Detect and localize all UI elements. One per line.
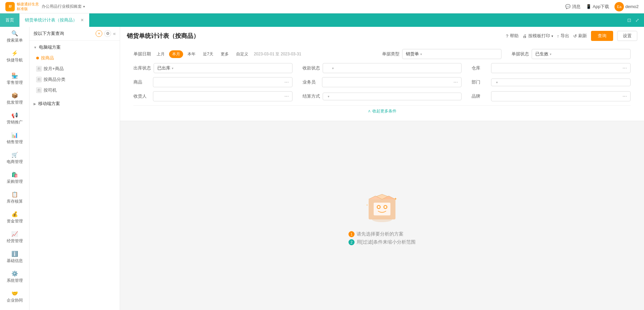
page-header-top: 销货单统计计表（按商品） ? 帮助 🖨 按模板打印 ▾ ↑	[127, 31, 637, 41]
brand-label: 品牌	[472, 93, 488, 99]
filter-area: 单据日期 上月 本月 本年 近7天 更多 自定义 2023-03-01 至 20…	[127, 45, 637, 121]
export-btn[interactable]: ↑ 导出	[557, 33, 570, 39]
sidebar-item-finance[interactable]: 💰 资金管理	[0, 208, 29, 227]
doc-type-select[interactable]: 销货单 ▾	[402, 49, 501, 59]
scheme-group-mobile-header[interactable]: ▶ 移动端方案	[30, 98, 120, 109]
help-icon: ?	[506, 34, 508, 39]
scheme-category-icon: 图	[36, 77, 42, 82]
settlement-select[interactable]: ▾	[323, 93, 462, 100]
finance-icon: 💰	[11, 211, 18, 217]
panel-collapse-btn[interactable]: «	[113, 31, 116, 36]
sidebar-item-search[interactable]: 🔍 搜索菜单	[0, 27, 29, 47]
out-status-select[interactable]: 已出库 ▾	[154, 63, 292, 73]
help-btn[interactable]: ? 帮助	[506, 33, 518, 39]
sidebar-item-inventory[interactable]: 📋 库存核算	[0, 188, 29, 208]
scheme-item-by-month-product[interactable]: 图 按月+商品	[30, 63, 120, 74]
account-dropdown[interactable]: 办公用品行业模拟账套 ▾	[42, 4, 85, 9]
window-maximize-btn[interactable]: ⤢	[635, 17, 640, 23]
chevron-right-icon: ▼	[34, 46, 37, 49]
sidebar-item-retail[interactable]: 🏪 零售管理	[0, 69, 29, 89]
more-date-btn[interactable]: 更多	[218, 50, 232, 58]
active-dot-icon	[36, 57, 39, 59]
sidebar-item-enterprise[interactable]: 🤝 企业协同	[0, 287, 29, 307]
avatar: Ea	[614, 2, 624, 11]
receipt-status-select[interactable]: ▾	[323, 63, 462, 73]
svg-text:✦: ✦	[394, 197, 397, 201]
page-header: 销货单统计计表（按商品） ? 帮助 🖨 按模板打印 ▾ ↑	[120, 27, 644, 121]
empty-illustration: ✦ ✦	[362, 184, 402, 224]
svg-rect-2	[374, 203, 390, 215]
chevron-right-mobile-icon: ▶	[34, 102, 36, 106]
sidebar-item-ecommerce[interactable]: 🛒 电商管理	[0, 148, 29, 168]
refresh-btn[interactable]: ↺ 刷新	[573, 33, 587, 39]
user-menu[interactable]: Ea demo2	[614, 2, 639, 11]
filter-brand: 品牌 ···	[472, 91, 631, 101]
custom-date-btn[interactable]: 自定义	[233, 50, 251, 58]
ecommerce-icon: 🛒	[11, 152, 18, 158]
filter-panel-title: 按以下方案查询	[34, 31, 64, 37]
sidebar-item-marketing[interactable]: 📢 营销推广	[0, 109, 29, 128]
consignee-input[interactable]: ···	[153, 91, 292, 101]
add-scheme-btn[interactable]: +	[96, 30, 102, 37]
message-btn[interactable]: 💬 消息	[565, 4, 581, 10]
warehouse-input[interactable]: ···	[491, 63, 631, 73]
scheme-group-desktop: ▼ 电脑端方案 按商品 图 按月+商品 图 按商品分类 图 按司机	[30, 41, 120, 97]
query-btn[interactable]: 查询	[591, 31, 613, 41]
department-caret-icon: ▾	[496, 81, 498, 84]
sidebar-item-operation[interactable]: 📈 经营管理	[0, 227, 29, 247]
svg-point-5	[378, 206, 380, 208]
filter-department: 部门 ▾	[472, 79, 631, 86]
brand-input[interactable]: ···	[491, 91, 631, 101]
app-download-btn[interactable]: 📱 App下载	[586, 4, 609, 10]
scheme-group-desktop-header[interactable]: ▼ 电脑端方案	[30, 42, 120, 53]
last-7days-btn[interactable]: 近7天	[200, 50, 216, 58]
settlement-caret-icon: ▾	[328, 95, 329, 98]
filter-receipt-status: 收款状态 ▾	[303, 63, 462, 73]
scheme-settings-btn[interactable]: ⚙	[104, 30, 111, 37]
tip-1-num: 1	[348, 231, 355, 237]
window-controls: ⊡ ⤢	[627, 17, 644, 23]
tab-close-icon[interactable]: ✕	[80, 18, 84, 22]
tab-home[interactable]: 首页	[0, 13, 19, 27]
tab-sales-stat[interactable]: 销货单统计计表（按商品） ✕	[19, 13, 89, 27]
product-input[interactable]: ···	[153, 77, 292, 87]
wholesale-icon: 📦	[11, 92, 18, 99]
warehouse-dots-icon: ···	[623, 65, 627, 71]
scheme-item-by-printer[interactable]: 图 按司机	[30, 85, 120, 96]
consignee-dots-icon: ···	[284, 93, 289, 99]
scheme-item-by-category[interactable]: 图 按商品分类	[30, 74, 120, 85]
scheme-printer-icon: 图	[36, 88, 42, 93]
window-minimize-btn[interactable]: ⊡	[627, 17, 632, 23]
department-select[interactable]: ▾	[491, 79, 631, 86]
salesperson-input[interactable]: ···	[322, 77, 462, 87]
sidebar-item-purchase[interactable]: 🛍️ 采购管理	[0, 168, 29, 188]
doc-status-select[interactable]: 已生效 ▾	[532, 49, 631, 59]
brand-dots-icon: ···	[623, 93, 627, 99]
sidebar-item-guide[interactable]: 🎯 新手引导	[0, 307, 29, 310]
print-dropdown-icon: ▾	[551, 34, 553, 38]
sidebar-item-quick-nav[interactable]: ⚡ 快捷导航	[0, 47, 29, 66]
collapse-bar[interactable]: ∧ 收起更多条件	[133, 105, 631, 117]
department-label: 部门	[472, 79, 488, 85]
sidebar: 🔍 搜索菜单 ⚡ 快捷导航 🏪 零售管理 📦 批发管理 📢 营销推广 📊 销售管…	[0, 27, 30, 310]
this-year-btn[interactable]: 本年	[184, 50, 199, 58]
date-range: 2023-03-01 至 2023-03-31	[254, 51, 301, 57]
this-month-btn[interactable]: 本月	[169, 50, 183, 58]
scheme-item-by-product[interactable]: 按商品	[30, 53, 120, 63]
last-month-btn[interactable]: 上月	[154, 50, 168, 58]
scheme-table-icon: 图	[36, 66, 42, 71]
sidebar-item-basic[interactable]: ℹ️ 基础信息	[0, 247, 29, 267]
settings-icon: ⚙	[106, 31, 110, 36]
chevron-down-icon: ▾	[83, 5, 85, 8]
template-print-btn[interactable]: 🖨 按模板打印 ▾	[523, 33, 553, 39]
sidebar-item-sales[interactable]: 📊 销售管理	[0, 128, 29, 148]
page-title: 销货单统计计表（按商品）	[127, 32, 199, 40]
sidebar-item-system[interactable]: ⚙️ 系统管理	[0, 267, 29, 287]
filter-date: 单据日期 上月 本月 本年 近7天 更多 自定义 2023-03-01 至 20…	[133, 50, 372, 58]
logo-icon: 好	[5, 2, 15, 11]
sidebar-item-wholesale[interactable]: 📦 批发管理	[0, 89, 29, 109]
tab-sales-stat-label: 销货单统计计表（按商品）	[25, 17, 77, 23]
export-icon: ↑	[557, 34, 559, 39]
basic-icon: ℹ️	[11, 251, 18, 257]
settings-btn[interactable]: 设置	[617, 31, 637, 41]
